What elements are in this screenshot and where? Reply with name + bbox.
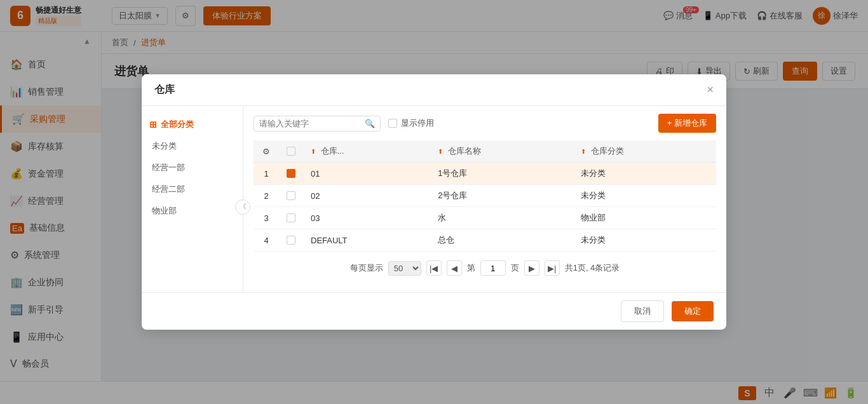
row-name: 2号仓库 — [430, 185, 573, 207]
modal-title: 仓库 — [154, 83, 175, 97]
table-body: 1 01 1号仓库 未分类 2 02 2号仓库 未分类 3 03 水 物业部 4… — [254, 163, 716, 252]
row-name: 1号仓库 — [430, 163, 573, 185]
table-header-row: ⚙ ⬆ 仓库... ⬆ 仓库名称 ⬆ — [254, 140, 716, 163]
row-category: 未分类 — [573, 163, 716, 185]
first-page-button[interactable]: |◀ — [426, 260, 442, 276]
select-all-checkbox[interactable] — [287, 147, 295, 156]
modal-header: 仓库 × — [142, 74, 726, 106]
warehouse-modal: 仓库 × ⊞ 全部分类 《 未分类 经营一部 经营二部 物业部 — [142, 74, 726, 330]
grid-icon: ⊞ — [149, 119, 157, 130]
confirm-button[interactable]: 确定 — [672, 301, 714, 321]
show-disabled-checkbox[interactable] — [388, 119, 397, 128]
warehouse-table: ⚙ ⬆ 仓库... ⬆ 仓库名称 ⬆ — [254, 140, 716, 252]
per-page-select[interactable]: 50 20 100 — [388, 261, 421, 276]
sort-icon: ⬆ — [311, 148, 316, 155]
table-row[interactable]: 2 02 2号仓库 未分类 — [254, 185, 716, 207]
row-index: 4 — [254, 229, 279, 252]
modal-footer: 取消 确定 — [142, 292, 726, 330]
search-box: 🔍 — [254, 116, 381, 131]
next-page-button[interactable]: ▶ — [524, 260, 539, 276]
row-code: 02 — [303, 185, 430, 207]
table-toolbar: 🔍 显示停用 + 新增仓库 — [254, 114, 716, 133]
add-warehouse-button[interactable]: + 新增仓库 — [658, 114, 716, 133]
row-code: 01 — [303, 163, 430, 185]
close-button[interactable]: × — [707, 83, 714, 97]
all-category-header[interactable]: ⊞ 全部分类 — [142, 114, 243, 135]
row-checkbox[interactable] — [279, 229, 303, 252]
search-icon[interactable]: 🔍 — [365, 119, 375, 128]
row-code: DEFAULT — [303, 229, 430, 252]
category-item-property[interactable]: 物业部 — [142, 200, 243, 222]
sort-name-icon: ⬆ — [438, 148, 443, 155]
table-area: 🔍 显示停用 + 新增仓库 ⚙ ⬆ — [243, 106, 726, 292]
row-index: 2 — [254, 185, 279, 207]
row-index: 1 — [254, 163, 279, 185]
row-code: 03 — [303, 207, 430, 229]
col-category-header: ⬆ 仓库分类 — [573, 140, 716, 163]
row-checkbox[interactable] — [279, 185, 303, 207]
col-name-header: ⬆ 仓库名称 — [430, 140, 573, 163]
category-item-dept2[interactable]: 经营二部 — [142, 178, 243, 200]
modal-body: ⊞ 全部分类 《 未分类 经营一部 经营二部 物业部 🔍 — [142, 106, 726, 292]
pagination: 每页显示 50 20 100 |◀ ◀ 第 页 ▶ ▶| 共1页, 4条记录 — [254, 252, 716, 285]
search-input[interactable] — [259, 119, 365, 128]
table-row[interactable]: 3 03 水 物业部 — [254, 207, 716, 229]
row-index: 3 — [254, 207, 279, 229]
modal-overlay: 仓库 × ⊞ 全部分类 《 未分类 经营一部 经营二部 物业部 — [0, 0, 868, 404]
row-category: 物业部 — [573, 207, 716, 229]
prev-page-button[interactable]: ◀ — [447, 260, 462, 276]
row-category: 未分类 — [573, 185, 716, 207]
category-collapse-button[interactable]: 《 — [235, 199, 250, 215]
row-name: 水 — [430, 207, 573, 229]
category-item-dept1[interactable]: 经营一部 — [142, 157, 243, 178]
sort-cat-icon: ⬆ — [581, 148, 586, 155]
category-item-uncat[interactable]: 未分类 — [142, 135, 243, 157]
last-page-button[interactable]: ▶| — [545, 260, 560, 276]
category-sidebar: ⊞ 全部分类 《 未分类 经营一部 经营二部 物业部 — [142, 106, 243, 292]
col-checkbox — [279, 140, 303, 163]
page-number-input[interactable] — [480, 260, 506, 276]
row-checkbox[interactable] — [279, 163, 303, 185]
row-checkbox[interactable] — [279, 207, 303, 229]
table-row[interactable]: 1 01 1号仓库 未分类 — [254, 163, 716, 185]
row-category: 未分类 — [573, 229, 716, 252]
table-row[interactable]: 4 DEFAULT 总仓 未分类 — [254, 229, 716, 252]
row-name: 总仓 — [430, 229, 573, 252]
cancel-button[interactable]: 取消 — [621, 300, 664, 322]
col-code-header: ⬆ 仓库... — [303, 140, 430, 163]
show-disabled-toggle: 显示停用 — [388, 118, 434, 129]
col-settings: ⚙ — [254, 140, 279, 163]
